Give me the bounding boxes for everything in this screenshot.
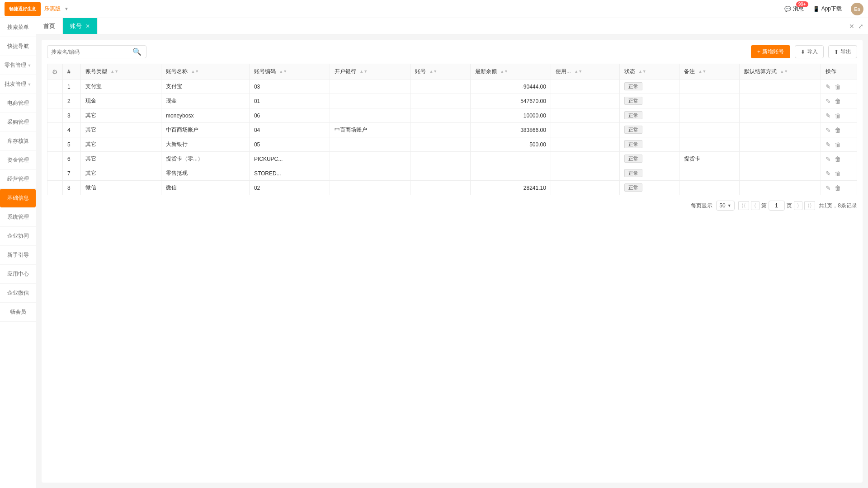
row-type: 支付宝 — [81, 80, 161, 94]
sidebar-item-enterprise-wechat[interactable]: 企业微信 — [0, 284, 36, 303]
delete-icon[interactable]: 🗑 — [835, 170, 841, 177]
first-page-button[interactable]: ⟨⟨ — [738, 201, 749, 210]
edit-icon[interactable]: ✎ — [826, 170, 831, 177]
row-settings-cell — [47, 94, 63, 108]
col-bank[interactable]: 开户银行 ▲▼ — [330, 64, 410, 80]
delete-icon[interactable]: 🗑 — [835, 127, 841, 134]
tab-close-icon[interactable]: ✕ — [85, 23, 90, 29]
col-status[interactable]: 状态 ▲▼ — [619, 64, 679, 80]
row-settings-cell — [47, 123, 63, 137]
row-balance: 10000.00 — [470, 108, 551, 123]
sidebar-item-ops-mgmt[interactable]: 经营管理 — [0, 170, 36, 189]
col-code[interactable]: 账号编码 ▲▼ — [249, 64, 330, 80]
gear-icon[interactable]: ⚙ — [52, 68, 58, 75]
row-code: 02 — [249, 181, 330, 195]
delete-icon[interactable]: 🗑 — [835, 184, 841, 192]
export-button[interactable]: ⬆ 导出 — [828, 45, 857, 58]
row-index: 5 — [63, 137, 81, 152]
col-usage[interactable]: 使用... ▲▼ — [551, 64, 619, 80]
sidebar-item-basic-info[interactable]: 基础信息 — [0, 189, 36, 208]
add-icon: + — [757, 49, 760, 55]
main-layout: 搜索菜单 快捷导航 零售管理 ▼ 批发管理 ▼ 电商管理 采购管理 库存核算 资… — [0, 18, 868, 488]
delete-icon[interactable]: 🗑 — [835, 141, 841, 148]
message-button[interactable]: 💬 消息 99+ — [784, 5, 804, 13]
edit-icon[interactable]: ✎ — [826, 83, 831, 90]
dropdown-arrow-icon[interactable]: ▼ — [64, 6, 69, 11]
row-settings-cell — [47, 166, 63, 181]
last-page-button[interactable]: ⟩⟩ — [804, 201, 815, 210]
row-type: 其它 — [81, 166, 161, 181]
prev-page-button[interactable]: ⟨ — [751, 201, 760, 210]
tab-close-button[interactable]: ✕ — [849, 23, 854, 30]
col-account[interactable]: 账号 ▲▼ — [410, 64, 471, 80]
sidebar-item-retail-mgmt[interactable]: 零售管理 ▼ — [0, 56, 36, 75]
row-remark — [679, 123, 740, 137]
row-name: 中百商场账户 — [161, 123, 250, 137]
sidebar-item-wholesale-mgmt[interactable]: 批发管理 ▼ — [0, 75, 36, 94]
search-input[interactable] — [51, 49, 132, 55]
col-type[interactable]: 账号类型 ▲▼ — [81, 64, 161, 80]
row-type: 微信 — [81, 181, 161, 195]
sidebar-item-app-center[interactable]: 应用中心 — [0, 265, 36, 284]
edit-icon[interactable]: ✎ — [826, 184, 831, 192]
row-settings-cell — [47, 181, 63, 195]
row-account — [410, 166, 471, 181]
sidebar-item-search-menu[interactable]: 搜索菜单 — [0, 18, 36, 37]
app-download-button[interactable]: 📱 App下载 — [813, 5, 842, 13]
tab-account[interactable]: 账号 ✕ — [63, 18, 98, 34]
status-badge: 正常 — [624, 155, 642, 163]
row-actions: ✎ 🗑 — [821, 80, 857, 94]
row-balance — [470, 166, 551, 181]
row-type: 其它 — [81, 152, 161, 166]
add-account-button[interactable]: + 新增账号 — [751, 45, 790, 58]
delete-icon[interactable]: 🗑 — [835, 112, 841, 119]
avatar[interactable]: Ea — [851, 3, 863, 15]
sort-icon-balance: ▲▼ — [500, 70, 508, 74]
sidebar-item-sys-mgmt[interactable]: 系统管理 — [0, 208, 36, 227]
sidebar-item-new-guide[interactable]: 新手引导 — [0, 246, 36, 265]
edit-icon[interactable]: ✎ — [826, 98, 831, 105]
row-default-settlement — [740, 123, 821, 137]
sidebar-item-ecommerce-mgmt[interactable]: 电商管理 — [0, 94, 36, 113]
sidebar-label-ops-mgmt: 经营管理 — [7, 176, 29, 182]
row-index: 8 — [63, 181, 81, 195]
search-icon[interactable]: 🔍 — [132, 47, 142, 56]
sidebar-label-member: 畅会员 — [10, 309, 26, 315]
sidebar-item-finance-mgmt[interactable]: 资金管理 — [0, 151, 36, 170]
col-balance[interactable]: 最新余额 ▲▼ — [470, 64, 551, 80]
row-default-settlement — [740, 166, 821, 181]
logo-area: 畅捷通好生意 乐惠版 ▼ — [5, 2, 69, 16]
page-size-select[interactable]: 50 ▼ — [716, 201, 734, 211]
status-badge: 正常 — [624, 82, 642, 90]
col-settings[interactable]: ⚙ — [47, 64, 63, 80]
edit-icon[interactable]: ✎ — [826, 155, 831, 163]
search-box[interactable]: 🔍 — [47, 45, 146, 58]
tab-home[interactable]: 首页 — [36, 18, 63, 34]
message-icon: 💬 — [784, 6, 791, 12]
col-name[interactable]: 账号名称 ▲▼ — [161, 64, 250, 80]
sidebar-item-enterprise-agreement[interactable]: 企业协同 — [0, 227, 36, 246]
sidebar-item-member[interactable]: 畅会员 — [0, 303, 36, 322]
delete-icon[interactable]: 🗑 — [835, 98, 841, 105]
next-page-button[interactable]: ⟩ — [794, 201, 802, 210]
tab-expand-button[interactable]: ⤢ — [858, 23, 863, 30]
row-account — [410, 94, 471, 108]
edit-icon[interactable]: ✎ — [826, 112, 831, 119]
row-code: 05 — [249, 137, 330, 152]
import-label: 导入 — [807, 48, 818, 56]
sidebar-item-inventory-check[interactable]: 库存核算 — [0, 132, 36, 151]
import-button[interactable]: ⬇ 导入 — [795, 45, 824, 58]
edit-icon[interactable]: ✎ — [826, 141, 831, 148]
sidebar-item-purchase-mgmt[interactable]: 采购管理 — [0, 113, 36, 132]
row-code: 01 — [249, 94, 330, 108]
col-default-settlement[interactable]: 默认结算方式 ▲▼ — [740, 64, 821, 80]
delete-icon[interactable]: 🗑 — [835, 155, 841, 163]
tab-expand-area: ✕ ⤢ — [118, 23, 868, 30]
edit-icon[interactable]: ✎ — [826, 127, 831, 134]
col-remark[interactable]: 备注 ▲▼ — [679, 64, 740, 80]
row-default-settlement — [740, 181, 821, 195]
row-usage — [551, 137, 619, 152]
sidebar-item-quick-nav[interactable]: 快捷导航 — [0, 37, 36, 56]
page-number-input[interactable] — [769, 201, 785, 211]
delete-icon[interactable]: 🗑 — [835, 83, 841, 90]
